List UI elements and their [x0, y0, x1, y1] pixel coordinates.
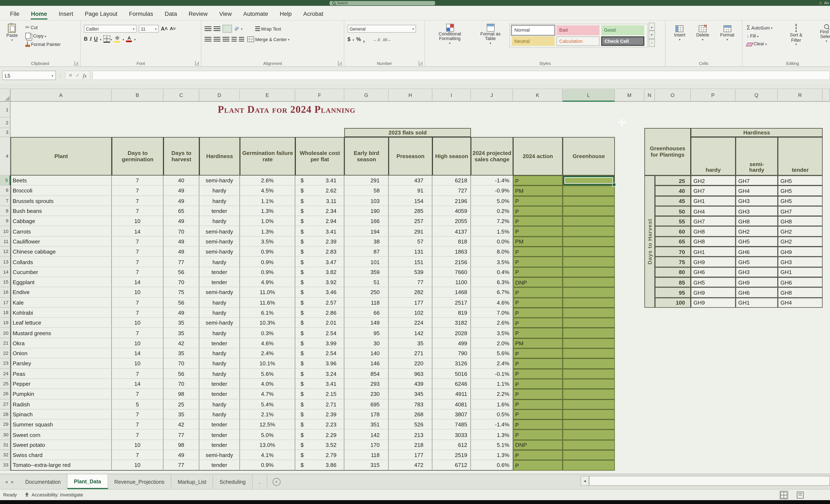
- cell-H11[interactable]: 57: [389, 236, 433, 247]
- cell-D30[interactable]: tender: [199, 430, 240, 440]
- gh-tender-45[interactable]: GH5: [778, 196, 823, 206]
- cell-B27[interactable]: 5: [112, 399, 163, 409]
- ribbon-tab-page-layout[interactable]: Page Layout: [80, 8, 122, 20]
- cell-E25[interactable]: 4.0%: [240, 379, 295, 389]
- cell-H18[interactable]: 102: [389, 308, 433, 318]
- cell-I15[interactable]: 1100: [433, 277, 471, 287]
- cell-K25[interactable]: P: [513, 379, 563, 389]
- cell-I6[interactable]: 727: [433, 186, 471, 196]
- cell-H13[interactable]: 151: [389, 257, 433, 267]
- cell-L27[interactable]: [563, 399, 615, 409]
- cell-E29[interactable]: 12.5%: [240, 419, 295, 430]
- row-header-23[interactable]: 23: [0, 359, 10, 369]
- cell-L33[interactable]: [563, 460, 615, 470]
- sheet-tab-markup-list[interactable]: Markup_List: [171, 474, 213, 489]
- cell-L30[interactable]: [563, 430, 615, 440]
- cell-D21[interactable]: tender: [199, 338, 240, 348]
- cell-I18[interactable]: 819: [433, 308, 471, 318]
- cell-H10[interactable]: 291: [389, 226, 433, 236]
- cell-D31[interactable]: tender: [199, 440, 240, 450]
- cell-H14[interactable]: 539: [389, 267, 433, 277]
- cell-E9[interactable]: 1.0%: [240, 216, 295, 226]
- font-dialog-launcher[interactable]: [195, 61, 199, 65]
- percent-style-button[interactable]: %: [356, 37, 361, 42]
- cell-E11[interactable]: 3.5%: [240, 236, 295, 247]
- ribbon-tab-home[interactable]: Home: [26, 8, 52, 20]
- row-header-21[interactable]: 21: [0, 338, 10, 348]
- cell-C21[interactable]: 42: [163, 338, 199, 348]
- cell-E22[interactable]: 2.4%: [240, 348, 295, 359]
- cell-G21[interactable]: 30: [345, 338, 389, 348]
- align-middle-icon[interactable]: [214, 26, 221, 31]
- cell-A10[interactable]: Carrots: [10, 226, 112, 236]
- decrease-decimal-button[interactable]: .00→: [382, 38, 391, 41]
- fill-color-button[interactable]: [114, 36, 121, 42]
- cell-F13[interactable]: $3.47: [295, 257, 345, 267]
- accounting-format-button[interactable]: $: [348, 37, 351, 42]
- cell-A13[interactable]: Collards: [10, 257, 112, 267]
- alignment-dialog-launcher[interactable]: [338, 61, 342, 65]
- cell-H22[interactable]: 271: [389, 348, 433, 359]
- cell-J32[interactable]: 1.3%: [471, 450, 513, 460]
- col-header-wholesale-cost-per-flat[interactable]: Wholesale cost per flat: [295, 137, 345, 176]
- gh-tender-55[interactable]: GH8: [778, 216, 823, 226]
- column-header-M[interactable]: M: [615, 89, 644, 102]
- clear-button[interactable]: Clear▾: [746, 41, 780, 47]
- cell-C13[interactable]: 77: [163, 257, 199, 267]
- cell-F12[interactable]: $2.83: [295, 247, 345, 257]
- cell-G20[interactable]: 95: [345, 328, 389, 338]
- cell-L8[interactable]: [563, 206, 615, 216]
- cell-J30[interactable]: 1.3%: [471, 430, 513, 440]
- cell-E33[interactable]: 0.9%: [240, 460, 295, 470]
- gh-col-header-hardy[interactable]: hardy: [691, 137, 736, 176]
- cell-L21[interactable]: [563, 338, 615, 348]
- gh-hardy-50[interactable]: GH4: [691, 206, 736, 216]
- gh-tender-25[interactable]: GH5: [778, 176, 823, 186]
- cell-L5[interactable]: [563, 176, 615, 186]
- cell-G15[interactable]: 51: [345, 277, 389, 287]
- cell-style-neutral[interactable]: Neutral: [511, 36, 554, 46]
- cell-B19[interactable]: 10: [112, 318, 163, 328]
- gh-hardy-55[interactable]: GH7: [691, 216, 736, 226]
- cell-C23[interactable]: 70: [163, 359, 199, 369]
- gh-semi-hardy-40[interactable]: GH4: [736, 186, 778, 196]
- sheet-tab-scheduling[interactable]: Scheduling: [213, 474, 253, 489]
- cell-D15[interactable]: tender: [199, 277, 240, 287]
- cell-style-check-cell[interactable]: Check Cell: [601, 36, 644, 46]
- cell-I17[interactable]: 2517: [433, 297, 471, 307]
- cell-F22[interactable]: $2.54: [295, 348, 345, 359]
- decrease-indent-icon[interactable]: [232, 37, 237, 42]
- cell-H24[interactable]: 963: [389, 369, 433, 379]
- cell-B21[interactable]: 10: [112, 338, 163, 348]
- cell-K23[interactable]: P: [513, 359, 563, 369]
- cell-G10[interactable]: 194: [345, 226, 389, 236]
- cell-I24[interactable]: 5016: [433, 369, 471, 379]
- cell-C8[interactable]: 65: [163, 206, 199, 216]
- cell-B20[interactable]: 7: [112, 328, 163, 338]
- row-header-2[interactable]: 2: [0, 117, 10, 128]
- gh-semi-hardy-75[interactable]: GH5: [736, 257, 778, 267]
- cell-I12[interactable]: 1863: [433, 247, 471, 257]
- cell-G9[interactable]: 166: [345, 216, 389, 226]
- cell-K11[interactable]: PM: [513, 236, 563, 247]
- cell-B6[interactable]: 7: [112, 186, 163, 196]
- cell-H6[interactable]: 91: [389, 186, 433, 196]
- cell-A8[interactable]: Bush beans: [10, 206, 112, 216]
- cell-E16[interactable]: 11.0%: [240, 287, 295, 297]
- cell-F10[interactable]: $3.41: [295, 226, 345, 236]
- cell-H26[interactable]: 345: [389, 389, 433, 399]
- cell-E15[interactable]: 4.9%: [240, 277, 295, 287]
- gh-hardy-80[interactable]: GH6: [691, 267, 736, 277]
- ribbon-tab-insert[interactable]: Insert: [54, 8, 78, 20]
- cell-E21[interactable]: 4.6%: [240, 338, 295, 348]
- cell-L17[interactable]: [563, 297, 615, 307]
- cell-F28[interactable]: $2.39: [295, 409, 345, 419]
- cell-G30[interactable]: 142: [345, 430, 389, 440]
- cell-C20[interactable]: 35: [163, 328, 199, 338]
- cell-J23[interactable]: 2.4%: [471, 359, 513, 369]
- col-header-days-to-harvest[interactable]: Days to harvest: [163, 137, 199, 176]
- gh-col-header-semi-hardy[interactable]: semi-hardy: [736, 137, 778, 176]
- cell-G29[interactable]: 351: [345, 419, 389, 430]
- increase-indent-icon[interactable]: [239, 37, 244, 42]
- cell-K31[interactable]: DNP: [513, 440, 563, 450]
